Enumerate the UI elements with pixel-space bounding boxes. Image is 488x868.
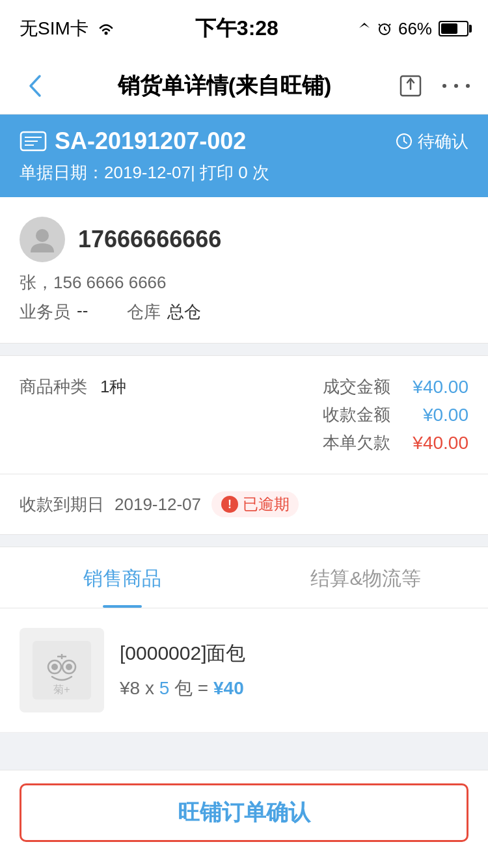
customer-avatar [20,217,65,262]
order-status: 待确认 [396,130,468,153]
product-item: 菊+ [0000002]面包 ¥8 x 5 包 = ¥40 [0,608,488,733]
more-button[interactable] [440,70,472,102]
received-value: ¥0.00 [403,405,468,426]
svg-line-17 [404,141,407,143]
summary-section: 商品种类 1种 成交金额 ¥40.00 收款金额 ¥0.00 本单欠款 ¥40.… [0,355,488,474]
product-thumbnail: 菊+ [33,641,91,699]
customer-card: 17666666666 张，156 6666 6666 业务员 -- 仓库 总仓 [0,197,488,344]
sales-label: 业务员 [20,301,70,323]
customer-row: 17666666666 [20,217,468,262]
carrier-text: 无SIM卡 [20,16,88,41]
nav-actions [394,70,472,102]
clock-icon [396,133,413,150]
warning-icon: ! [221,495,239,513]
amounts: 成交金额 ¥40.00 收款金额 ¥0.00 本单欠款 ¥40.00 [323,375,468,454]
wifi-icon [96,21,116,36]
type-value: 1种 [100,375,126,398]
summary-grid: 商品种类 1种 成交金额 ¥40.00 收款金额 ¥0.00 本单欠款 ¥40.… [20,375,468,454]
product-info: [0000002]面包 ¥8 x 5 包 = ¥40 [120,640,468,701]
location-icon [358,21,371,36]
product-type: 商品种类 1种 [20,375,126,398]
svg-point-0 [104,32,107,35]
type-label: 商品种类 [20,375,87,398]
alarm-icon [377,21,392,36]
svg-point-24 [51,664,58,670]
page-title: 销货单详情(来自旺铺) [118,71,332,101]
status-bar: 无SIM卡 下午3:28 66% [0,0,488,57]
battery-icon [439,21,468,36]
received-row: 收款金额 ¥0.00 [323,403,468,426]
svg-line-4 [379,24,380,25]
tab-sales-products[interactable]: 销售商品 [0,547,244,608]
received-label: 收款金额 [323,403,390,426]
product-price: ¥8 x 5 包 = ¥40 [120,676,468,701]
product-unit: 包 [174,678,193,698]
product-name: [0000002]面包 [120,640,468,667]
nav-bar: 销货单详情(来自旺铺) [0,57,488,115]
product-image: 菊+ [20,628,104,712]
order-icon [20,131,47,152]
order-id-row: SA-20191207-002 待确认 [20,128,468,155]
owed-label: 本单欠款 [323,431,390,454]
order-id: SA-20191207-002 [20,128,246,155]
amount-value: ¥40.00 [403,377,468,398]
bottom-bar: 旺铺订单确认 [0,770,488,868]
due-date-label: 收款到期日 [20,493,104,516]
product-qty: 5 [159,678,170,698]
tab-settlement[interactable]: 结算&物流等 [244,547,488,608]
tabs-section: 销售商品 结算&物流等 菊+ [0,547,488,733]
svg-text:菊+: 菊+ [53,684,70,695]
confirm-button[interactable]: 旺铺订单确认 [20,783,468,842]
status-carrier: 无SIM卡 [20,16,116,41]
customer-name: 张，156 6666 6666 [20,271,468,294]
svg-line-5 [389,24,390,25]
warehouse-label: 仓库 [127,301,161,323]
due-date-value: 2019-12-07 [115,495,201,515]
status-text: 待确认 [418,130,468,153]
status-right: 66% [358,19,468,39]
due-date-section: 收款到期日 2019-12-07 ! 已逾期 [0,474,488,535]
svg-point-8 [442,84,446,88]
svg-point-9 [454,84,458,88]
customer-meta: 业务员 -- 仓库 总仓 [20,301,468,323]
owed-row: 本单欠款 ¥40.00 [323,431,468,454]
warehouse-value: 总仓 [167,301,201,323]
svg-point-10 [466,84,470,88]
product-total: ¥40 [213,678,244,698]
status-time: 下午3:28 [195,14,278,43]
sales-meta: 业务员 -- [20,301,88,323]
svg-point-18 [36,229,49,242]
owed-value: ¥40.00 [403,433,468,454]
svg-point-25 [66,664,72,670]
tabs-header: 销售商品 结算&物流等 [0,547,488,608]
customer-phone: 17666666666 [78,226,221,253]
order-header: SA-20191207-002 待确认 单据日期：2019-12-07| 打印 … [0,115,488,197]
amount-label: 成交金额 [323,375,390,398]
product-list: 菊+ [0000002]面包 ¥8 x 5 包 = ¥40 [0,608,488,733]
back-button[interactable] [16,66,55,105]
share-button[interactable] [394,70,427,102]
svg-text:!: ! [228,498,232,511]
svg-line-3 [385,29,386,31]
battery-text: 66% [398,19,432,39]
overdue-badge: ! 已逾期 [211,491,299,517]
product-unit-price: ¥8 [120,678,140,698]
person-icon [28,225,57,254]
sales-value: -- [77,301,88,323]
order-date: 单据日期：2019-12-07| 打印 0 次 [20,161,468,184]
warehouse-meta: 仓库 总仓 [127,301,201,323]
amount-row: 成交金额 ¥40.00 [323,375,468,398]
overdue-text: 已逾期 [243,494,290,515]
